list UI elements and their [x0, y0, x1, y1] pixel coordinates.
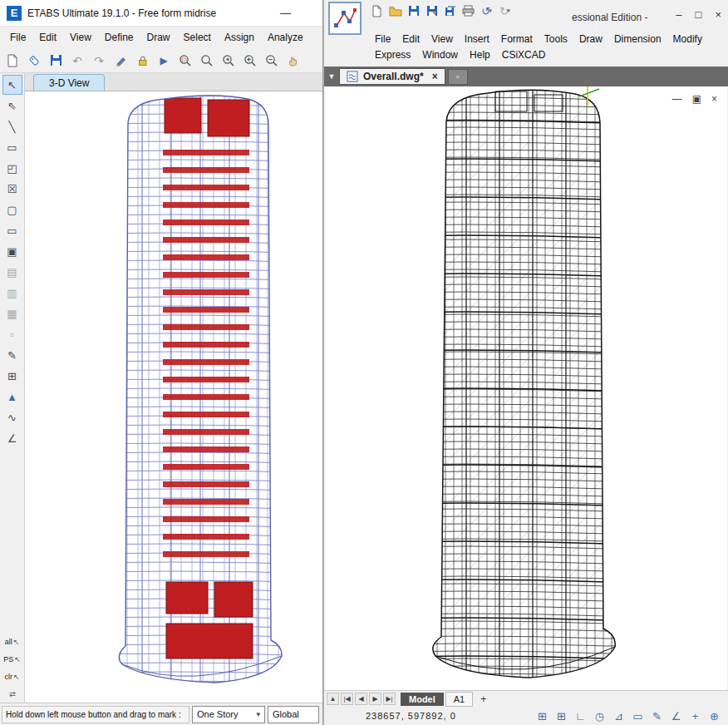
cad-menu-file[interactable]: File	[369, 32, 396, 47]
zoom-out-icon[interactable]	[262, 51, 282, 71]
story-range-dropdown[interactable]: One Story ▾	[192, 706, 265, 723]
viewport-close-button[interactable]: ×	[711, 93, 717, 105]
new-drawing-icon[interactable]	[369, 3, 385, 19]
cad-menu-help[interactable]: Help	[464, 47, 496, 62]
sheet-nav-button-1[interactable]: |◀	[341, 693, 353, 705]
lock-icon[interactable]	[132, 51, 152, 71]
cad-menu-window[interactable]: Window	[416, 47, 464, 62]
save-icon[interactable]	[406, 3, 421, 19]
measure-angle-icon[interactable]: ∠	[2, 428, 22, 448]
draw-wall-icon[interactable]: ▤	[2, 262, 22, 282]
etabs-menu-edit[interactable]: Edit	[32, 28, 63, 47]
grid-table-icon[interactable]: ⊞	[2, 366, 22, 386]
ortho-mode-icon[interactable]: ∟	[573, 709, 588, 723]
add-layout-button[interactable]: +	[475, 692, 492, 707]
lineweight-icon[interactable]: ✎	[650, 709, 664, 723]
polar-tracking-icon[interactable]: ⊿	[612, 709, 626, 723]
cad-maximize-button[interactable]: □	[696, 8, 702, 21]
cad-minimize-button[interactable]: –	[676, 8, 681, 21]
undo-dropdown-icon[interactable]: ▾	[489, 7, 492, 14]
etabs-menu-file[interactable]: File	[3, 28, 32, 47]
draw-point-icon[interactable]: ▫	[2, 324, 22, 344]
etabs-menu-draw[interactable]: Draw	[140, 28, 177, 47]
redo-icon[interactable]: ↻▾	[497, 3, 513, 19]
sheet-nav-button-3[interactable]: ▶	[369, 693, 381, 705]
previous-zoom-icon[interactable]	[219, 51, 239, 71]
undo-icon[interactable]: ↶	[67, 51, 87, 71]
cad-menu-modify[interactable]: Modify	[667, 32, 708, 47]
zoom-in-icon[interactable]	[240, 51, 260, 71]
select-pointer-icon[interactable]: ↖	[2, 75, 22, 95]
etabs-minimize-button[interactable]: —	[280, 7, 291, 19]
pan-mode-icon[interactable]: ⊕	[707, 709, 721, 723]
window-select-icon[interactable]: ▭	[2, 137, 22, 157]
draw-opening-icon[interactable]: ▥	[2, 283, 22, 303]
redo-icon[interactable]: ↷	[89, 51, 109, 71]
pan-hand-icon[interactable]	[283, 51, 303, 71]
cad-menu-view[interactable]: View	[425, 32, 459, 47]
axes-arrows-icon[interactable]: ⇄	[8, 686, 16, 703]
draw-rect-point-icon[interactable]: ▣	[2, 241, 22, 261]
intersecting-select-icon[interactable]: ◰	[2, 158, 22, 178]
viewport-restore-button[interactable]: ▣	[692, 93, 701, 105]
cad-menu-express[interactable]: Express	[369, 47, 416, 62]
etabs-menu-view[interactable]: View	[63, 28, 98, 47]
tab-a1-layout[interactable]: A1	[445, 692, 473, 707]
new-doc-tab-button[interactable]: ▫	[448, 69, 468, 85]
sheet-nav-button-4[interactable]: ▶|	[383, 693, 396, 705]
reshape-icon[interactable]: ⇖	[2, 96, 22, 116]
extrude-icon[interactable]: ▲	[2, 387, 22, 407]
run-analysis-icon[interactable]: ▶	[154, 51, 174, 71]
cad-drawing-canvas[interactable]: — ▣ ×	[325, 86, 727, 690]
save-all-icon[interactable]	[442, 3, 458, 19]
previous-selection-button[interactable]: PS↖	[3, 651, 21, 668]
save-model-icon[interactable]	[46, 51, 66, 71]
cad-app-icon[interactable]	[328, 2, 362, 35]
osnap-clock-icon[interactable]: ◷	[593, 709, 607, 723]
doc-tab-close-icon[interactable]: ×	[432, 71, 438, 82]
cad-menu-insert[interactable]: Insert	[459, 32, 495, 47]
etabs-menu-select[interactable]: Select	[177, 28, 218, 47]
reference-system-dropdown[interactable]: Global	[268, 706, 319, 723]
redo-dropdown-icon[interactable]: ▾	[507, 7, 510, 14]
cad-menu-edit[interactable]: Edit	[396, 32, 425, 47]
cad-menu-format[interactable]: Format	[495, 32, 539, 47]
draw-rect-icon[interactable]: ▭	[2, 220, 22, 240]
add-workspace-icon[interactable]: +	[688, 709, 702, 723]
etabs-menu-assign[interactable]: Assign	[218, 28, 261, 47]
doc-tab-overall-dwg[interactable]: Overall.dwg* ×	[339, 68, 445, 85]
rubber-band-zoom-icon[interactable]	[175, 51, 195, 71]
new-model-icon[interactable]	[2, 51, 22, 71]
sheet-nav-button-0[interactable]: ▲	[327, 693, 339, 705]
draw-window-icon[interactable]: ▦	[2, 303, 22, 323]
grid-display-icon[interactable]: ⊞	[535, 709, 549, 723]
edit-pencil-icon[interactable]	[111, 51, 130, 71]
etabs-menu-define[interactable]: Define	[98, 28, 140, 47]
open-folder-icon[interactable]	[387, 3, 403, 19]
restore-full-view-icon[interactable]	[197, 51, 217, 71]
tab-model[interactable]: Model	[401, 693, 444, 706]
etabs-3d-canvas[interactable]	[25, 91, 322, 703]
save-as-icon[interactable]	[424, 3, 440, 19]
select-all-button[interactable]: all↖	[5, 634, 20, 650]
tab-3d-view[interactable]: 3-D View	[33, 74, 105, 91]
etabs-menu-analyze[interactable]: Analyze	[261, 28, 310, 47]
snap-grid-icon[interactable]: ⊞	[554, 709, 568, 723]
open-model-icon[interactable]	[24, 51, 44, 71]
dynamic-input-icon[interactable]: ▭	[631, 709, 645, 723]
viewport-minimize-button[interactable]: —	[672, 93, 682, 105]
sheet-nav-button-2[interactable]: ◀	[355, 693, 367, 705]
draw-line-icon[interactable]: ╲	[2, 116, 22, 136]
clear-selection-button[interactable]: clr↖	[4, 668, 19, 685]
cad-menu-csixcad[interactable]: CSiXCAD	[496, 47, 552, 62]
draw-pen-icon[interactable]: ✎	[2, 345, 22, 365]
deselect-icon[interactable]: ☒	[2, 179, 22, 199]
cad-menu-dimension[interactable]: Dimension	[608, 32, 667, 47]
cad-close-button[interactable]: ×	[715, 8, 721, 21]
annotation-scale-icon[interactable]: ∠	[669, 709, 683, 723]
plot-printer-icon[interactable]	[460, 3, 476, 19]
cad-menu-draw[interactable]: Draw	[573, 32, 608, 47]
undo-icon[interactable]: ↺▾	[479, 3, 494, 19]
spline-icon[interactable]: ∿	[2, 407, 22, 427]
doc-tab-dropdown-icon[interactable]: ▼	[327, 72, 337, 81]
